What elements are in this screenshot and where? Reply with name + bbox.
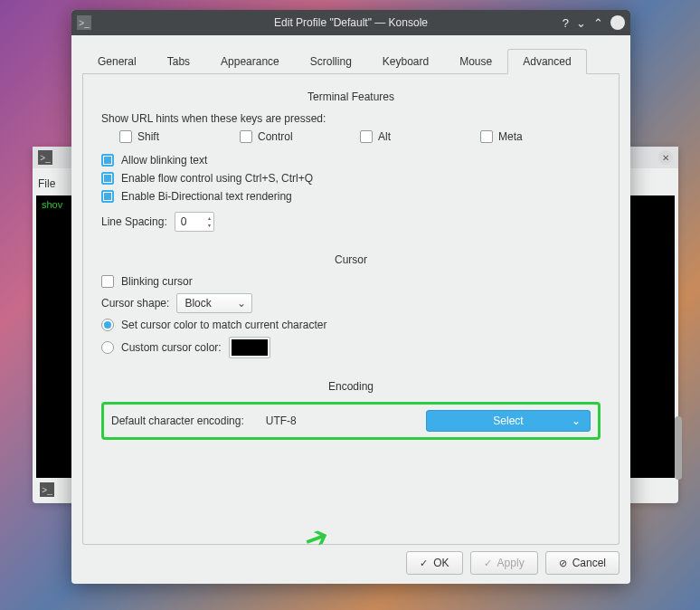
- edit-profile-dialog: >_ Edit Profile "Default" — Konsole ? ⌄ …: [71, 10, 630, 584]
- checkbox-shift[interactable]: [119, 130, 132, 143]
- bg-menu-file[interactable]: File: [38, 177, 55, 190]
- terminal-icon: >_: [38, 150, 52, 165]
- custom-color-button[interactable]: [229, 337, 270, 358]
- section-terminal-features: Terminal Features: [101, 91, 601, 103]
- radio-match-current[interactable]: [101, 319, 114, 331]
- spin-arrows-icon[interactable]: ▴▾: [208, 214, 211, 229]
- checkbox-flow-control[interactable]: [101, 172, 114, 185]
- label-flow-control: Enable flow control using Ctrl+S, Ctrl+Q: [121, 172, 313, 185]
- dialog-title: Edit Profile "Default" — Konsole: [71, 16, 630, 29]
- terminal-icon: >_: [77, 15, 91, 30]
- tab-scrolling[interactable]: Scrolling: [295, 49, 367, 74]
- annotation-arrow-icon: ➔: [298, 518, 333, 558]
- checkbox-allow-blinking[interactable]: [101, 154, 114, 167]
- encoding-select-button[interactable]: Select: [426, 410, 591, 432]
- ok-button[interactable]: ✓ OK: [406, 551, 462, 575]
- select-label: Select: [493, 415, 523, 427]
- minimize-icon[interactable]: ⌄: [576, 16, 586, 30]
- checkbox-control[interactable]: [240, 130, 252, 143]
- tab-appearance[interactable]: Appearance: [205, 49, 295, 74]
- line-spacing-label: Line Spacing:: [101, 215, 167, 228]
- section-encoding: Encoding: [101, 380, 601, 393]
- bg-prompt-text: shov: [42, 199, 62, 210]
- radio-custom-color[interactable]: [101, 341, 114, 354]
- check-icon: ✓: [420, 558, 428, 569]
- label-custom-color: Custom cursor color:: [121, 341, 222, 354]
- url-hints-label: Show URL hints when these keys are press…: [101, 112, 326, 125]
- section-cursor: Cursor: [101, 253, 601, 266]
- close-icon[interactable]: ✕: [610, 15, 625, 30]
- tab-advanced[interactable]: Advanced: [507, 49, 586, 74]
- tab-tabs[interactable]: Tabs: [152, 49, 205, 74]
- dialog-button-row: ✓ OK ✓ Apply ⊘ Cancel: [406, 551, 620, 575]
- color-swatch: [232, 339, 268, 356]
- help-icon[interactable]: ?: [563, 16, 569, 30]
- tab-mouse[interactable]: Mouse: [444, 49, 507, 74]
- label-allow-blinking: Allow blinking text: [121, 154, 207, 167]
- label-alt: Alt: [378, 130, 391, 143]
- cancel-icon: ⊘: [559, 558, 567, 569]
- cancel-button[interactable]: ⊘ Cancel: [545, 551, 620, 575]
- line-spacing-spinbox[interactable]: 0 ▴▾: [175, 212, 214, 232]
- check-icon: ✓: [484, 558, 492, 569]
- bg-close-icon[interactable]: ✕: [658, 150, 673, 165]
- apply-label: Apply: [497, 557, 525, 569]
- checkbox-blinking-cursor[interactable]: [101, 275, 114, 288]
- label-control: Control: [258, 130, 293, 143]
- encoding-row-highlight: Default character encoding: UTF-8 Select: [101, 402, 601, 440]
- bg-scrollbar[interactable]: [675, 416, 682, 480]
- encoding-value: UTF-8: [266, 415, 297, 427]
- line-spacing-value: 0: [181, 215, 187, 228]
- tab-keyboard[interactable]: Keyboard: [367, 49, 444, 74]
- label-match-current: Set cursor color to match current charac…: [121, 319, 326, 331]
- encoding-label: Default character encoding:: [111, 415, 244, 427]
- checkbox-bidi[interactable]: [101, 190, 114, 203]
- maximize-icon[interactable]: ⌃: [593, 16, 603, 30]
- ok-label: OK: [433, 557, 449, 569]
- terminal-icon: >_: [40, 482, 54, 497]
- cursor-shape-value: Block: [184, 297, 211, 310]
- checkbox-meta[interactable]: [480, 130, 493, 143]
- label-blinking-cursor: Blinking cursor: [121, 275, 193, 288]
- label-bidi: Enable Bi-Directional text rendering: [121, 190, 292, 203]
- cancel-label: Cancel: [572, 557, 606, 569]
- apply-button[interactable]: ✓ Apply: [470, 551, 538, 575]
- tab-general[interactable]: General: [82, 49, 152, 74]
- label-meta: Meta: [498, 130, 523, 143]
- cursor-shape-label: Cursor shape:: [101, 297, 169, 310]
- tab-bar: General Tabs Appearance Scrolling Keyboa…: [82, 48, 620, 74]
- tab-content-advanced: Terminal Features Show URL hints when th…: [82, 74, 620, 545]
- checkbox-alt[interactable]: [360, 130, 373, 143]
- dialog-titlebar[interactable]: >_ Edit Profile "Default" — Konsole ? ⌄ …: [71, 10, 630, 35]
- cursor-shape-combo[interactable]: Block: [176, 293, 252, 313]
- label-shift: Shift: [137, 130, 159, 143]
